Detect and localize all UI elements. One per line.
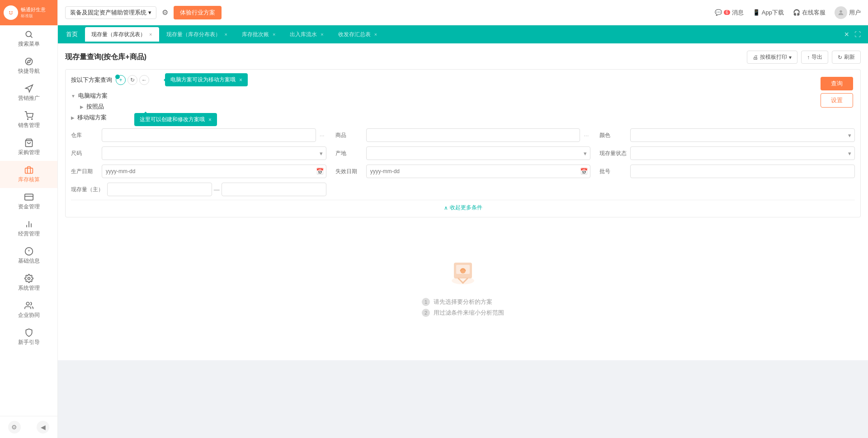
tab-inventory-dist[interactable]: 现存量（库存分布表） × [160,27,234,42]
tabs-bar: 首页 现存量（库存状况表） × 现存量（库存分布表） × 库存批次账 × 出入库… [58,25,868,43]
tab-inventory-status-close[interactable]: × [148,31,153,38]
mobile-scheme-label: 移动端方案 [77,113,107,122]
tooltip-edit-close[interactable]: × [208,117,212,123]
close-all-tabs-btn[interactable]: × [842,29,851,40]
sidebar: 畅通好生意 标准版 搜索菜单 快捷导航 营销推广 销售管理 采购管理 库存核算 [0,0,58,438]
add-scheme-btn[interactable]: + [116,75,126,85]
filter-header: 按以下方案查询 + ↻ ← 电脑方案可设为移动方案哦 × [71,75,855,85]
scheme-item-byproduct[interactable]: ▶ 按照品 [80,101,855,112]
sidebar-item-finance[interactable]: 资金管理 [0,188,57,215]
tab-in-out-flow-close[interactable]: × [320,31,324,38]
svg-point-19 [26,302,29,306]
logo-icon [4,5,18,20]
tab-batch-account[interactable]: 库存批次账 × [236,27,283,42]
sidebar-item-purchase[interactable]: 采购管理 [0,134,57,161]
filter-label: 按以下方案查询 [71,76,112,84]
tab-in-out-flow[interactable]: 出入库流水 × [283,27,330,42]
filter-row-goods: 商品 ··· [335,128,591,142]
inv-qty-max[interactable] [222,183,326,196]
app-version: 标准版 [21,13,46,19]
tab-receive-summary-close[interactable]: × [373,31,378,38]
expire-date-calendar-icon[interactable]: 📅 [580,168,588,175]
step-num-2: 2 [422,309,430,317]
search-btn[interactable]: 查询 [821,77,853,90]
svg-point-20 [840,10,842,12]
size-select[interactable] [102,146,326,160]
sidebar-item-quick-nav[interactable]: 快捷导航 [0,52,57,80]
origin-select[interactable] [366,146,591,160]
filter-row-batch: 批号 [599,165,855,178]
tab-home[interactable]: 首页 [60,27,84,42]
expire-date-label: 失效日期 [335,168,363,175]
topbar-settings-icon[interactable]: ⚙ [162,8,168,17]
produce-date-label: 生产日期 [71,168,98,175]
scheme-tree: 这里可以创建和修改方案哦 × ▼ 电脑端方案 ▶ 按照品 ▶ [71,90,855,123]
goods-dots[interactable]: ··· [582,132,590,139]
back-scheme-btn[interactable]: ← [139,75,149,85]
color-select[interactable] [630,128,855,142]
svg-point-2 [11,11,13,12]
sidebar-label-operation: 经营管理 [18,230,40,238]
inv-status-select[interactable] [630,146,855,160]
svg-point-7 [31,119,32,120]
empty-step-2: 2 用过滤条件来缩小分析范围 [422,309,504,317]
batch-input[interactable] [630,165,855,178]
collapse-sidebar-btn[interactable]: ◀ [37,421,49,433]
collapse-bar[interactable]: ∧ 收起更多条件 [71,200,855,212]
tab-batch-account-close[interactable]: × [272,31,276,38]
sidebar-label-finance: 资金管理 [18,203,40,211]
fullscreen-btn[interactable]: ⛶ [853,30,863,39]
expire-date-input[interactable] [366,165,591,178]
svg-point-18 [28,278,30,280]
settings-btn[interactable]: ⚙ [8,421,21,433]
export-btn[interactable]: ↑ 导出 [801,51,828,64]
industry-btn[interactable]: 体验行业方案 [174,6,222,19]
tab-inventory-dist-close[interactable]: × [223,31,228,38]
svg-point-6 [27,119,28,120]
sidebar-item-search-menu[interactable]: 搜索菜单 [0,25,57,52]
produce-date-input[interactable] [102,165,326,178]
tooltip-pc-close[interactable]: × [239,77,242,83]
sidebar-item-enterprise[interactable]: 企业协同 [0,297,57,324]
sidebar-item-system[interactable]: 系统管理 [0,269,57,297]
sidebar-item-guide[interactable]: 新手引导 [0,324,57,351]
user-menu[interactable]: 用户 [835,6,861,19]
origin-label: 产地 [335,150,363,157]
sidebar-item-operation[interactable]: 经营管理 [0,215,57,242]
app-download-label: App下载 [762,9,784,17]
messages-btn[interactable]: 💬 6 消息 [715,9,744,17]
sidebar-label-system: 系统管理 [18,284,40,292]
scheme-pc-parent[interactable]: ▼ 电脑端方案 [71,90,855,101]
main-area: 装备及固定资产辅助管理系统 ▾ ⚙ 体验行业方案 💬 6 消息 📱 App下载 … [58,0,868,438]
empty-state: 1 请先选择要分析的方案 2 用过滤条件来缩小分析范围 [65,217,861,353]
system-name: 装备及固定资产辅助管理系统 [70,9,146,17]
warehouse-input[interactable] [102,128,316,142]
step-1-label: 请先选择要分析的方案 [434,298,492,306]
app-download-btn[interactable]: 📱 App下载 [753,9,784,17]
print-btn[interactable]: 🖨 按模板打印 ▾ [747,51,797,64]
print-dropdown-icon: ▾ [789,54,792,61]
tab-inventory-status[interactable]: 现存量（库存状况表） × [85,27,159,42]
sidebar-item-baseinfo[interactable]: 基础信息 [0,242,57,269]
online-support-btn[interactable]: 🎧 在线客服 [793,9,826,17]
export-icon: ↑ [807,54,810,61]
settings-filter-btn[interactable]: 设置 [821,93,853,108]
refresh-scheme-btn[interactable]: ↻ [127,75,137,85]
sidebar-item-marketing[interactable]: 营销推广 [0,80,57,107]
system-select[interactable]: 装备及固定资产辅助管理系统 ▾ [65,6,156,19]
inv-qty-min[interactable] [107,183,212,196]
sidebar-item-inventory[interactable]: 库存核算 [0,161,57,188]
tooltip-edit-scheme: 这里可以创建和修改方案哦 × [134,113,217,126]
svg-marker-5 [27,60,30,63]
sidebar-label-baseinfo: 基础信息 [18,257,40,265]
sidebar-nav: 搜索菜单 快捷导航 营销推广 销售管理 采购管理 库存核算 资金管理 经营管理 [0,25,57,416]
produce-date-calendar-icon[interactable]: 📅 [316,168,324,175]
sidebar-item-sales[interactable]: 销售管理 [0,107,57,134]
warehouse-dots[interactable]: ··· [318,132,326,139]
refresh-btn[interactable]: ↻ 刷新 [832,51,861,64]
goods-input[interactable] [366,128,580,142]
tab-receive-summary[interactable]: 收发存汇总表 × [332,27,384,42]
sidebar-label-guide: 新手引导 [18,339,40,346]
print-label: 按模板打印 [760,53,787,61]
msg-count-badge: 6 [724,10,730,15]
